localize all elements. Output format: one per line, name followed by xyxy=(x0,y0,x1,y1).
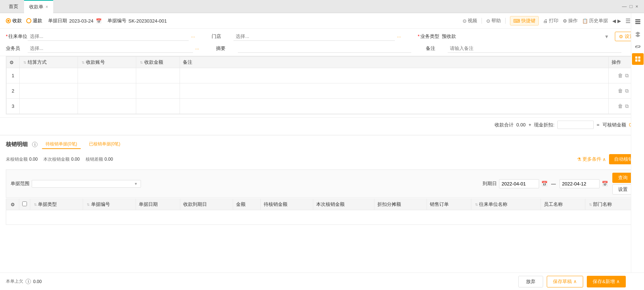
staff-label: 业务员 xyxy=(6,45,28,52)
sort-icon-2: ⇅ xyxy=(82,60,85,64)
hx-done-tab[interactable]: 已核销单据(0笔) xyxy=(85,140,124,149)
col-settlement-header: ⇅ 结算方式 xyxy=(20,57,78,68)
staff-more-icon[interactable]: ··· xyxy=(193,46,201,51)
bill-date-calendar-icon[interactable]: 📅 xyxy=(96,18,102,24)
save-new-button[interactable]: 保存&新增 ∧ xyxy=(587,276,626,287)
query-button[interactable]: 查询 xyxy=(612,173,633,183)
operation-link[interactable]: ⚙ 操作 xyxy=(563,17,578,24)
row-1-account[interactable] xyxy=(78,68,136,83)
bill-no-value: SK-20230324-001 xyxy=(129,18,167,24)
table-settings-icon[interactable]: ⚙ xyxy=(9,60,14,65)
tab-close-icon[interactable]: × xyxy=(46,0,48,13)
row-2-remark[interactable] xyxy=(180,83,609,99)
radio-refund[interactable]: 退款 xyxy=(26,17,42,24)
store-more-icon[interactable]: ··· xyxy=(395,34,403,39)
bill-no-label: 单据编号 xyxy=(107,17,126,24)
more-conditions-label: 更多条件 xyxy=(582,156,601,162)
nav-arrows: ◀ ▶ xyxy=(612,18,621,24)
sidebar-screenshot-icon[interactable] xyxy=(632,53,644,65)
col-settings-header[interactable]: ⚙ xyxy=(7,57,20,68)
sidebar-layers-icon[interactable] xyxy=(632,28,644,40)
business-type-chevron[interactable]: ▼ xyxy=(604,34,609,39)
form-section: 往来单位 ··· 门店 ··· 业务类型 预收款 ▼ ⚙ 设置 xyxy=(0,29,644,56)
row-2-delete-icon[interactable]: 🗑 xyxy=(618,88,623,94)
help-link[interactable]: ⊙ 帮助 xyxy=(486,17,501,24)
abandon-button[interactable]: 放弃 xyxy=(518,276,543,287)
window-maximize-icon[interactable]: □ xyxy=(630,4,633,9)
row-2-copy-icon[interactable]: ⧉ xyxy=(625,88,629,94)
row-2-settlement[interactable] xyxy=(20,83,78,99)
range-select[interactable]: ▼ xyxy=(32,180,141,188)
save-new-label: 保存&新增 xyxy=(593,278,615,285)
footer-info-icon[interactable]: ℹ xyxy=(25,279,31,284)
remark-input[interactable] xyxy=(448,44,621,53)
range-label: 单据范围 xyxy=(11,180,30,187)
row-3-remark[interactable] xyxy=(180,99,609,114)
tab-home[interactable]: 首页 xyxy=(3,0,24,13)
row-1-remark[interactable] xyxy=(180,68,609,83)
window-minimize-icon[interactable]: — xyxy=(622,4,627,9)
sort-icon-3: ⇅ xyxy=(140,60,143,64)
sort-icon: ⇅ xyxy=(23,60,26,64)
bottom-table-section: ⚙ ⇅ 单据类型 ⇅ 单据编号 xyxy=(6,199,638,225)
list-view-icon[interactable]: ☰ xyxy=(625,17,631,24)
prev-icon[interactable]: ◀ xyxy=(612,18,616,24)
bt-col-discount: 折扣分摊额 xyxy=(374,199,427,210)
history-link[interactable]: 📋 历史单据 xyxy=(582,17,608,24)
more-conditions-link[interactable]: ⚗ 更多条件 ∧ xyxy=(577,156,606,162)
shortcut-label: 快捷键 xyxy=(521,17,535,24)
row-3-account[interactable] xyxy=(78,99,136,114)
sidebar-table-icon[interactable] xyxy=(632,16,644,28)
bt-settings-icon[interactable]: ⚙ xyxy=(11,202,15,207)
tab-collection[interactable]: 收款单 × xyxy=(24,0,53,13)
shortcut-link[interactable]: ⌨ 快捷键 xyxy=(510,16,539,26)
summary-label: 摘要 xyxy=(216,45,238,52)
discount-input[interactable] xyxy=(557,121,594,129)
row-3-settlement[interactable] xyxy=(20,99,78,114)
hx-pending-tab[interactable]: 待核销单据(0笔) xyxy=(42,140,81,149)
row-1-copy-icon[interactable]: ⧉ xyxy=(625,72,629,79)
row-1-amount[interactable] xyxy=(136,68,180,83)
bill-date-label: 单据日期 xyxy=(48,17,67,24)
hx-info-icon[interactable]: ℹ xyxy=(32,142,38,147)
divider-2 xyxy=(505,18,506,24)
print-link[interactable]: 🖨 打印 xyxy=(543,17,558,24)
row-3-copy-icon[interactable]: ⧉ xyxy=(625,103,629,109)
bt-col-pending-hx: 待核销金额 xyxy=(260,199,313,210)
bt-col-checkbox[interactable] xyxy=(19,199,30,210)
window-close-icon[interactable]: × xyxy=(635,4,638,9)
radio-collection[interactable]: 收款 xyxy=(6,17,22,24)
date-end-icon[interactable]: 📅 xyxy=(602,181,608,187)
query-settings-button[interactable]: 设置 xyxy=(612,184,633,195)
row-3-delete-icon[interactable]: 🗑 xyxy=(618,103,623,109)
date-start-input[interactable] xyxy=(499,179,539,188)
row-1-settlement[interactable] xyxy=(20,68,78,83)
store-input[interactable] xyxy=(233,32,394,41)
bt-col-bill-type: ⇅ 单据类型 xyxy=(30,199,83,210)
video-link[interactable]: ⊙ 视频 xyxy=(463,17,477,24)
sidebar-link-icon[interactable] xyxy=(632,41,644,52)
operation-label: 操作 xyxy=(568,17,578,24)
table-header: ⚙ ⇅ 结算方式 ⇅ 收款账号 ⇅ 收款金额 xyxy=(7,57,638,68)
unchecked-value: 0.00 xyxy=(29,157,38,162)
row-3-amount[interactable] xyxy=(136,99,180,114)
next-icon[interactable]: ▶ xyxy=(617,18,621,24)
row-1-delete-icon[interactable]: 🗑 xyxy=(618,72,623,79)
bt-col-settings[interactable]: ⚙ xyxy=(6,199,19,210)
date-end-input[interactable] xyxy=(559,179,600,188)
save-draft-button[interactable]: 保存草稿 ∧ xyxy=(547,276,583,287)
header-actions: ⊙ 视频 ⊙ 帮助 ⌨ 快捷键 🖨 打印 ⚙ 操作 📋 xyxy=(463,16,638,26)
hx-title: 核销明细 xyxy=(6,141,28,148)
counterpart-input[interactable] xyxy=(28,32,189,41)
sort-bt-2: ⇅ xyxy=(87,203,90,207)
bt-select-all-checkbox[interactable] xyxy=(22,201,27,206)
counterpart-more-icon[interactable]: ··· xyxy=(189,34,197,39)
row-2-amount[interactable] xyxy=(136,83,180,99)
staff-input[interactable] xyxy=(28,44,193,53)
summary-input[interactable] xyxy=(238,44,412,53)
business-type-value: 预收款 xyxy=(442,33,456,40)
bill-date-field: 单据日期 2023-03-24 📅 xyxy=(48,17,102,24)
date-start-icon[interactable]: 📅 xyxy=(541,181,547,187)
footer-bar: 本单上欠 ℹ 0.00 放弃 保存草稿 ∧ 保存&新增 ∧ xyxy=(0,273,644,290)
row-2-account[interactable] xyxy=(78,83,136,99)
